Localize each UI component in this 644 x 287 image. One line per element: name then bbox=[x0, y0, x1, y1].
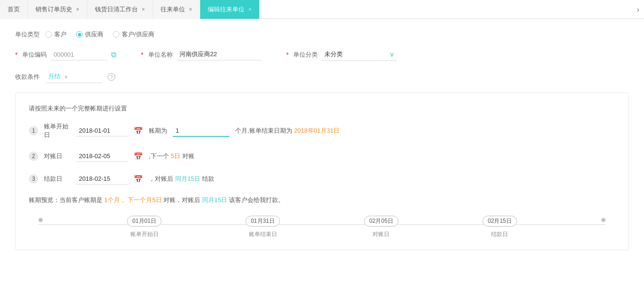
tab-sales-history-label: 销售订单历史 bbox=[35, 5, 72, 14]
unit-name-label: 单位名称 bbox=[148, 51, 173, 59]
row-num-3: 3 bbox=[29, 174, 38, 184]
timeline-nodes: 01月01日 账单开始日 01月31日 账单结束日 02月05日 对账日 bbox=[38, 216, 606, 238]
preview-label: 账期预览：当前客户账期是 bbox=[29, 196, 102, 203]
tab-home[interactable]: 首页 bbox=[0, 0, 28, 19]
tabs-bar: 首页 销售订单历史 × 钱货日清工作台 × 往来单位 × 编辑往来单位 × › bbox=[0, 0, 644, 19]
timeline-start-dot bbox=[38, 218, 43, 222]
unit-name-group: * 单位名称 bbox=[141, 49, 261, 60]
reconcile-date-input[interactable] bbox=[76, 151, 128, 162]
help-icon[interactable]: ? bbox=[108, 73, 115, 81]
payment-terms-row: 收款条件 月结 ∨ ? bbox=[15, 70, 629, 83]
preview-pay: 同月15日 bbox=[202, 196, 227, 203]
tab-cashflow-label: 钱货日清工作台 bbox=[95, 5, 138, 14]
unit-code-group: * 单位编码 ⧉ bbox=[15, 49, 116, 60]
payment-terms-chevron-icon: ∨ bbox=[64, 74, 68, 79]
tab-edit-partner-label: 编辑往来单位 bbox=[208, 5, 245, 14]
timeline-dot-start bbox=[38, 218, 43, 222]
tab-home-label: 首页 bbox=[8, 5, 20, 14]
start-date-input[interactable] bbox=[76, 125, 128, 136]
timeline-node-0131: 01月31日 账单结束日 bbox=[246, 216, 280, 238]
preview-month: 1个月， bbox=[104, 196, 126, 203]
period-row-1: 1 账单开始日 📅 账期为 个月,账单结束日期为 2018年01月31日 bbox=[29, 122, 615, 139]
close-edit-partner-icon[interactable]: × bbox=[248, 6, 252, 13]
copy-icon[interactable]: ⧉ bbox=[111, 51, 116, 59]
preview-end: 该客户会给我打款。 bbox=[229, 196, 284, 203]
tab-edit-partner[interactable]: 编辑往来单位 × bbox=[200, 0, 260, 19]
tab-cashflow[interactable]: 钱货日清工作台 × bbox=[87, 0, 153, 19]
tab-more-button[interactable]: › bbox=[632, 0, 644, 18]
tab-partner[interactable]: 往来单位 × bbox=[153, 0, 200, 19]
row-num-1: 1 bbox=[29, 126, 38, 135]
row-1-separator: 账期为 bbox=[149, 127, 167, 135]
row-label-1: 账单开始日 bbox=[44, 122, 70, 139]
row-2-desc: ,下一个 5日 对账 bbox=[149, 152, 195, 160]
radio-group-unit-type: 客户 供应商 客户/供应商 bbox=[45, 30, 154, 39]
row-1-desc-suffix: 个月,账单结束日期为 2018年01月31日 bbox=[235, 127, 339, 135]
tab-partner-label: 往来单位 bbox=[161, 5, 185, 14]
unit-category-required: * bbox=[286, 51, 288, 59]
end-date-highlight: 2018年01月31日 bbox=[294, 127, 340, 135]
radio-supplier-label: 供应商 bbox=[85, 30, 103, 39]
payment-day-highlight: 同月15日 bbox=[175, 175, 200, 183]
unit-type-label: 单位类型 bbox=[15, 30, 40, 39]
close-sales-history-icon[interactable]: × bbox=[76, 6, 79, 13]
unit-type-row: 单位类型 客户 供应商 客户/供应商 bbox=[15, 30, 629, 39]
chevron-right-icon: › bbox=[637, 6, 639, 13]
timeline-dot-end bbox=[601, 218, 606, 222]
radio-customer-circle bbox=[45, 31, 52, 38]
reconcile-day-highlight: 5日 bbox=[171, 152, 180, 160]
unit-code-label: 单位编码 bbox=[22, 51, 47, 59]
payment-date-input[interactable] bbox=[76, 173, 128, 185]
unit-category-label: 单位分类 bbox=[293, 51, 318, 59]
close-partner-icon[interactable]: × bbox=[189, 6, 192, 13]
unit-category-select[interactable]: 未分类 ∨ bbox=[322, 48, 397, 61]
period-panel: 请按照未来的一个完整帐期进行设置 1 账单开始日 📅 账期为 个月,账单结束日期… bbox=[15, 93, 629, 250]
page-content: 单位类型 客户 供应商 客户/供应商 * 单位编码 ⧉ * 单位名称 bbox=[0, 19, 644, 287]
radio-both[interactable]: 客户/供应商 bbox=[113, 30, 154, 39]
timeline-node-0215: 02月15日 结款日 bbox=[483, 216, 517, 238]
payment-terms-value: 月结 bbox=[48, 72, 60, 81]
row-label-3: 结款日 bbox=[44, 175, 70, 183]
radio-supplier[interactable]: 供应商 bbox=[76, 30, 103, 39]
month-input[interactable] bbox=[173, 125, 229, 137]
reconcile-date-calendar-icon[interactable]: 📅 bbox=[134, 152, 143, 161]
row-num-2: 2 bbox=[29, 152, 38, 161]
payment-date-calendar-icon[interactable]: 📅 bbox=[134, 175, 143, 184]
panel-hint: 请按照未来的一个完整帐期进行设置 bbox=[29, 104, 615, 113]
timeline-badge-0101: 01月01日 bbox=[127, 216, 161, 227]
radio-both-circle bbox=[113, 31, 119, 38]
preview-reconcile: 下一个月5日 bbox=[127, 196, 161, 203]
timeline-badge-0131: 01月31日 bbox=[246, 216, 280, 227]
timeline-end-dot bbox=[601, 218, 606, 222]
unit-category-value: 未分类 bbox=[324, 50, 343, 59]
period-row-2: 2 对账日 📅 ,下一个 5日 对账 bbox=[29, 151, 615, 162]
unit-name-required: * bbox=[141, 51, 143, 59]
radio-customer[interactable]: 客户 bbox=[45, 30, 67, 39]
timeline-label-0131: 账单结束日 bbox=[249, 230, 277, 238]
unit-code-input[interactable] bbox=[51, 49, 107, 60]
payment-terms-select[interactable]: 月结 ∨ bbox=[45, 70, 102, 83]
close-cashflow-icon[interactable]: × bbox=[142, 6, 145, 13]
preview-mid: 对账，对账后 bbox=[163, 196, 200, 203]
payment-terms-label: 收款条件 bbox=[15, 73, 40, 81]
timeline-node-0205: 02月05日 对账日 bbox=[364, 216, 398, 238]
preview-text: 账期预览：当前客户账期是 1个月， 下一个月5日 对账，对账后 同月15日 该客… bbox=[29, 196, 615, 204]
unit-category-group: * 单位分类 未分类 ∨ bbox=[286, 48, 397, 61]
tab-sales-history[interactable]: 销售订单历史 × bbox=[28, 0, 87, 19]
period-row-3: 3 结款日 📅 ，对账后 同月15日 结款 bbox=[29, 173, 615, 185]
radio-customer-label: 客户 bbox=[54, 30, 67, 39]
row-3-desc: ，对账后 同月15日 结款 bbox=[149, 175, 214, 183]
start-date-calendar-icon[interactable]: 📅 bbox=[134, 127, 143, 135]
radio-supplier-circle bbox=[76, 31, 83, 38]
unit-name-input[interactable] bbox=[177, 49, 262, 60]
row-label-2: 对账日 bbox=[44, 152, 70, 160]
timeline-node-0101: 01月01日 账单开始日 bbox=[127, 216, 161, 238]
unit-code-required: * bbox=[15, 51, 17, 59]
timeline-label-0205: 对账日 bbox=[373, 230, 390, 238]
timeline-label-0101: 账单开始日 bbox=[130, 230, 159, 238]
timeline-label-0215: 结款日 bbox=[491, 230, 508, 238]
chevron-down-icon: ∨ bbox=[390, 51, 394, 58]
unit-info-row: * 单位编码 ⧉ * 单位名称 * 单位分类 未分类 ∨ bbox=[15, 48, 629, 61]
timeline-badge-0215: 02月15日 bbox=[483, 216, 517, 227]
radio-both-label: 客户/供应商 bbox=[122, 30, 154, 39]
